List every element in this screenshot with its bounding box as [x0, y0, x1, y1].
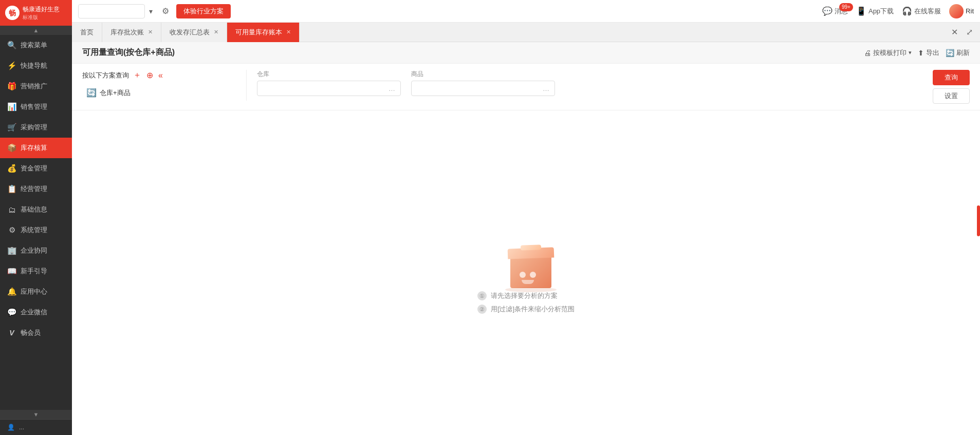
- hint-number-2: ②: [477, 305, 487, 314]
- template-print-label: 按模板打印: [873, 48, 907, 58]
- filter-add-button[interactable]: ＋: [132, 70, 142, 81]
- empty-hint-1: ① 请先选择要分析的方案: [477, 291, 575, 300]
- sidebar-item-app-center[interactable]: 🔔 应用中心: [0, 281, 72, 302]
- basic-info-icon: 🗂: [7, 205, 16, 214]
- empty-hint-2: ② 用[过滤]条件来缩小分析范围: [477, 305, 575, 314]
- main-area: ▾ ⚙ 体验行业方案 💬 消息 99+ 📱 App下载 🎧 在线客服 Rit: [72, 0, 980, 435]
- sidebar-item-purchase[interactable]: 🛒 采购管理: [0, 117, 72, 138]
- sidebar-item-wechat-label: 企业微信: [21, 308, 47, 317]
- filter-fields-section: 仓库 … 商品 …: [247, 70, 927, 96]
- hint-text-1: 请先选择要分析的方案: [491, 291, 558, 300]
- right-scroll-indicator[interactable]: [977, 205, 980, 236]
- sidebar-bottom-icon: 👤: [7, 424, 15, 431]
- topbar-dropdown-button[interactable]: ▾: [147, 6, 155, 16]
- wechat-icon: 💬: [7, 308, 16, 317]
- warehouse-input-container: …: [257, 81, 401, 96]
- app-center-icon: 🔔: [7, 287, 16, 296]
- sidebar-item-member[interactable]: V 畅会员: [0, 323, 72, 343]
- logo-name: 畅康通好生意: [23, 5, 60, 14]
- sidebar-item-search[interactable]: 🔍 搜索菜单: [0, 35, 72, 55]
- export-label: 导出: [926, 48, 939, 58]
- topbar-search-input[interactable]: [78, 4, 145, 18]
- username-label: Rit: [966, 7, 974, 15]
- app-download-action[interactable]: 📱 App下载: [856, 6, 894, 16]
- refresh-icon: 🔄: [946, 49, 954, 57]
- printer-icon: 🖨: [864, 49, 871, 57]
- operations-icon: 📋: [7, 184, 16, 194]
- sales-icon: 📊: [7, 102, 16, 111]
- sidebar-item-finance[interactable]: 💰 资金管理: [0, 158, 72, 179]
- sidebar-item-operations-label: 经营管理: [21, 184, 47, 194]
- filter-field-warehouse: 仓库 …: [257, 70, 401, 96]
- sidebar-item-enterprise[interactable]: 🏢 企业协同: [0, 240, 72, 261]
- scheme-item-icon: 🔄: [86, 88, 97, 98]
- message-action[interactable]: 💬 消息 99+: [822, 6, 848, 16]
- marketing-icon: 🎁: [7, 82, 16, 91]
- goods-input[interactable]: [415, 85, 541, 92]
- tab-batch-ledger[interactable]: 库存批次账 ✕: [102, 23, 161, 42]
- sidebar-item-inventory[interactable]: 📦 库存核算: [0, 138, 72, 158]
- empty-hints: ① 请先选择要分析的方案 ② 用[过滤]条件来缩小分析范围: [477, 291, 575, 314]
- filter-settings-icon-button[interactable]: ⊕: [145, 70, 154, 80]
- sidebar-logo: 畅 畅康通好生意 标准版: [0, 0, 72, 26]
- tab-expand-button[interactable]: ⤢: [963, 26, 976, 38]
- warehouse-more-icon[interactable]: …: [386, 85, 397, 92]
- filter-collapse-button[interactable]: «: [157, 71, 164, 80]
- tab-collect-ledger-close[interactable]: ✕: [214, 29, 218, 35]
- logo-badge: 标准版: [23, 14, 60, 21]
- filter-scheme-item-warehouse-goods[interactable]: 🔄 仓库+商品: [82, 85, 238, 101]
- tab-home-label: 首页: [80, 28, 94, 37]
- online-service-action[interactable]: 🎧 在线客服: [902, 6, 941, 16]
- settings-button[interactable]: 设置: [933, 88, 970, 104]
- content-area: ① 请先选择要分析的方案 ② 用[过滤]条件来缩小分析范围: [72, 110, 980, 435]
- tab-batch-ledger-close[interactable]: ✕: [148, 29, 153, 35]
- page-header-actions: 🖨 按模板打印 ▾ ⬆ 导出 🔄 刷新: [864, 48, 970, 58]
- sidebar-bottom[interactable]: 👤 ...: [0, 419, 72, 435]
- tab-available-ledger-close[interactable]: ✕: [286, 29, 291, 35]
- tab-available-ledger-label: 可用量库存账本: [235, 28, 282, 37]
- system-icon: ⚙: [7, 225, 16, 235]
- sidebar-item-inventory-label: 库存核算: [21, 143, 47, 153]
- online-service-label: 在线客服: [914, 7, 941, 16]
- hint-text-2: 用[过滤]条件来缩小分析范围: [491, 305, 575, 314]
- sidebar-item-guide-label: 新手引导: [21, 267, 47, 276]
- template-print-action[interactable]: 🖨 按模板打印 ▾: [864, 48, 912, 58]
- tab-available-ledger[interactable]: 可用量库存账本 ✕: [227, 23, 300, 42]
- sidebar-item-app-center-label: 应用中心: [21, 287, 47, 296]
- sidebar-scroll-down[interactable]: ▼: [0, 410, 72, 419]
- finance-icon: 💰: [7, 164, 16, 173]
- sidebar-scroll-up[interactable]: ▲: [0, 26, 72, 35]
- sidebar-item-wechat[interactable]: 💬 企业微信: [0, 302, 72, 323]
- sidebar-item-sales[interactable]: 📊 销售管理: [0, 97, 72, 117]
- app-download-label: App下载: [868, 7, 894, 16]
- sidebar-item-basic-info[interactable]: 🗂 基础信息: [0, 199, 72, 220]
- tab-collect-ledger[interactable]: 收发存汇总表 ✕: [161, 23, 227, 42]
- trial-btn[interactable]: 体验行业方案: [176, 4, 231, 18]
- tab-batch-ledger-label: 库存批次账: [110, 28, 144, 37]
- export-action[interactable]: ⬆ 导出: [918, 48, 939, 58]
- user-profile[interactable]: Rit: [949, 4, 974, 18]
- sidebar-item-system[interactable]: ⚙ 系统管理: [0, 220, 72, 240]
- sidebar-item-guide[interactable]: 📖 新手引导: [0, 261, 72, 281]
- tab-close-all-button[interactable]: ✕: [948, 26, 961, 38]
- goods-more-icon[interactable]: …: [541, 85, 551, 92]
- filter-field-goods: 商品 …: [411, 70, 555, 96]
- query-button[interactable]: 查询: [933, 70, 970, 85]
- sidebar-bottom-label: ...: [19, 424, 24, 431]
- sidebar-item-operations[interactable]: 📋 经营管理: [0, 179, 72, 199]
- sidebar-item-search-label: 搜索菜单: [21, 41, 47, 50]
- tabbar-end: ✕ ⤢: [948, 26, 980, 38]
- tab-home[interactable]: 首页: [72, 23, 102, 42]
- quick-nav-icon: ⚡: [7, 61, 16, 70]
- sidebar-item-enterprise-label: 企业协同: [21, 246, 47, 255]
- warehouse-input[interactable]: [261, 85, 386, 92]
- filter-scheme-section: 按以下方案查询 ＋ ⊕ « 🔄 仓库+商品: [82, 70, 247, 101]
- message-icon: 💬: [822, 6, 833, 16]
- empty-illustration: [500, 232, 551, 283]
- refresh-action[interactable]: 🔄 刷新: [946, 48, 970, 58]
- filter-actions: 查询 设置: [927, 70, 970, 104]
- sidebar-item-marketing[interactable]: 🎁 营销推广: [0, 76, 72, 97]
- topbar-gear-button[interactable]: ⚙: [159, 5, 172, 17]
- template-print-dropdown-icon: ▾: [909, 49, 912, 56]
- sidebar-item-quick-nav[interactable]: ⚡ 快捷导航: [0, 55, 72, 76]
